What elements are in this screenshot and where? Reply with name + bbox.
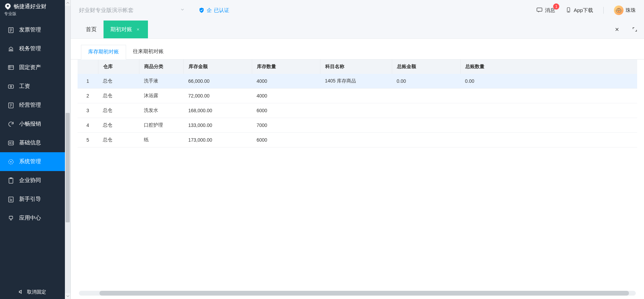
th-gl-amount[interactable]: 总账金额 — [392, 60, 460, 74]
sidebar-item-label: 工资 — [19, 83, 30, 90]
tab-home-label: 首页 — [86, 26, 97, 33]
sidebar-item-8[interactable]: 企业协同 — [0, 171, 65, 190]
asset-icon — [8, 64, 14, 71]
table-row[interactable]: 2总仓沐浴露72,000.004000 — [78, 89, 637, 103]
th-gl-qty[interactable]: 总账数量 — [460, 60, 637, 74]
cell-category: 纸 — [139, 133, 183, 147]
cell-gl-qty — [460, 89, 637, 103]
cell-warehouse: 总仓 — [98, 103, 139, 118]
cell-warehouse: 总仓 — [98, 133, 139, 147]
cell-gl-amount — [392, 89, 460, 103]
sidebar-item-6[interactable]: 基础信息 — [0, 133, 65, 152]
salary-icon — [8, 83, 14, 90]
cell-index: 1 — [78, 74, 98, 89]
tab-active-label: 期初对账 — [110, 26, 132, 33]
subtab-receivable[interactable]: 往来期初对账 — [126, 45, 170, 59]
th-index[interactable] — [78, 60, 98, 74]
cell-index: 4 — [78, 118, 98, 133]
close-all-tabs-button[interactable] — [611, 24, 623, 35]
sidebar-item-label: 小畅报销 — [19, 120, 41, 128]
svg-rect-13 — [9, 216, 13, 219]
cell-gl-qty — [460, 133, 637, 147]
sidebar-item-1[interactable]: 税务管理 — [0, 39, 65, 58]
th-warehouse[interactable]: 仓库 — [98, 60, 139, 74]
user-menu[interactable]: 🐵 珠珠 — [614, 5, 636, 15]
svg-point-4 — [10, 86, 12, 87]
account-name: 好业财专业版演示帐套 — [79, 7, 134, 14]
table-row[interactable]: 5总仓纸173,000.006000 — [78, 133, 637, 147]
close-icon[interactable] — [135, 26, 141, 32]
table-container: 仓库 商品分类 库存金额 库存数量 科目名称 总账金额 总账数量 1总仓洗手液6… — [71, 60, 644, 289]
sidebar-item-0[interactable]: 发票管理 — [0, 21, 65, 39]
table-row[interactable]: 3总仓洗发水168,000.006000 — [78, 103, 637, 118]
sidebar-item-label: 固定资产 — [19, 64, 41, 71]
table-row[interactable]: 1总仓洗手液66,000.0040001405 库存商品0.000.00 — [78, 74, 637, 89]
verified-label: 已认证 — [214, 7, 229, 14]
cell-gl-qty: 0.00 — [460, 74, 637, 89]
cell-gl-amount: 0.00 — [392, 74, 460, 89]
topbar-divider — [603, 7, 604, 14]
cell-stock-qty: 7000 — [252, 118, 320, 133]
sidebar-scrollbar[interactable] — [65, 0, 71, 299]
app-download-button[interactable]: App下载 — [565, 7, 593, 14]
expand-button[interactable] — [629, 24, 641, 35]
cell-stock-amount: 173,000.00 — [183, 133, 252, 147]
cell-index: 5 — [78, 133, 98, 147]
cell-stock-amount: 133,000.00 — [183, 118, 252, 133]
messages-button[interactable]: 消息 1 — [536, 6, 555, 14]
sidebar-unpin-label: 取消固定 — [27, 289, 46, 295]
scroll-thumb[interactable] — [66, 113, 70, 222]
cell-stock-qty: 6000 — [252, 133, 320, 147]
verified-badge[interactable]: 企 已认证 — [198, 7, 229, 14]
sidebar-item-9[interactable]: 新手引导 — [0, 190, 65, 209]
table-row[interactable]: 4总仓口腔护理133,000.007000 — [78, 118, 637, 133]
card-icon — [8, 140, 14, 146]
horizontal-scrollbar[interactable] — [79, 291, 636, 296]
svg-rect-3 — [9, 85, 14, 88]
hscroll-thumb[interactable] — [99, 291, 629, 296]
th-subject[interactable]: 科目名称 — [320, 60, 392, 74]
shield-icon — [198, 7, 205, 13]
sidebar-item-label: 应用中心 — [19, 214, 41, 222]
cell-index: 3 — [78, 103, 98, 118]
tab-opening-reconcile[interactable]: 期初对账 — [104, 21, 148, 38]
tab-home[interactable]: 首页 — [79, 21, 104, 38]
sidebar-item-4[interactable]: 经营管理 — [0, 96, 65, 115]
sidebar-item-label: 新手引导 — [19, 196, 41, 203]
chevron-down-icon — [180, 7, 185, 13]
scroll-up-button[interactable] — [65, 0, 70, 6]
scroll-down-button[interactable] — [65, 293, 70, 299]
subtab-inventory[interactable]: 库存期初对账 — [81, 45, 126, 60]
sidebar-item-10[interactable]: 应用中心 — [0, 209, 65, 228]
account-selector[interactable]: 好业财专业版演示帐套 — [79, 7, 185, 14]
subtab-inventory-label: 库存期初对账 — [88, 49, 119, 54]
sidebar-item-label: 系统管理 — [19, 158, 41, 165]
invoice-icon — [8, 27, 14, 34]
cell-category: 口腔护理 — [139, 118, 183, 133]
product-name: 畅捷通好业财 — [14, 3, 46, 10]
th-category[interactable]: 商品分类 — [139, 60, 183, 74]
reconcile-table: 仓库 商品分类 库存金额 库存数量 科目名称 总账金额 总账数量 1总仓洗手液6… — [78, 60, 637, 147]
apps-icon — [8, 215, 14, 222]
svg-rect-14 — [537, 8, 542, 11]
sidebar-item-5[interactable]: 小畅报销 — [0, 115, 65, 133]
sidebar-header: 畅捷通好业财 专业版 — [0, 0, 65, 21]
sidebar-item-2[interactable]: 固定资产 — [0, 58, 65, 77]
cell-stock-amount: 72,000.00 — [183, 89, 252, 103]
tabs-bar: 首页 期初对账 — [71, 21, 644, 38]
guide-icon — [8, 196, 14, 203]
tax-icon — [8, 46, 14, 52]
edition-label: 专业版 — [4, 11, 61, 17]
phone-icon — [565, 7, 572, 14]
username-label: 珠珠 — [626, 7, 636, 14]
refresh-icon — [8, 121, 14, 128]
svg-point-9 — [10, 161, 11, 162]
sidebar-unpin[interactable]: 取消固定 — [0, 285, 65, 299]
cell-gl-amount — [392, 103, 460, 118]
cell-subject — [320, 103, 392, 118]
sidebar-item-7[interactable]: 系统管理 — [0, 152, 65, 171]
th-stock-amount[interactable]: 库存金额 — [183, 60, 252, 74]
th-stock-qty[interactable]: 库存数量 — [252, 60, 320, 74]
sidebar-item-3[interactable]: 工资 — [0, 77, 65, 96]
svg-point-16 — [568, 11, 569, 12]
